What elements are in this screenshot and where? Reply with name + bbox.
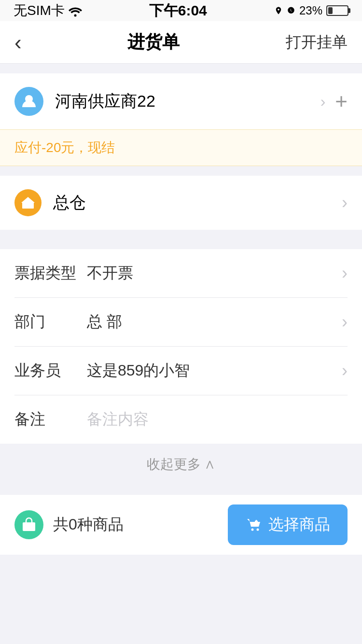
bill-type-row[interactable]: 票据类型 不开票 › <box>0 249 362 297</box>
notice-bar: 应付-20元，现结 <box>0 129 362 166</box>
collapse-row[interactable]: 收起更多 ∧ <box>0 444 362 485</box>
notice-text: 应付-20元，现结 <box>14 140 115 155</box>
warehouse-row[interactable]: 总仓 › <box>0 176 362 230</box>
salesperson-value: 这是859的小智 <box>82 360 342 381</box>
shopping-bag-icon <box>21 517 37 533</box>
department-row[interactable]: 部门 总 部 › <box>0 298 362 346</box>
time: 下午6:04 <box>149 1 207 21</box>
section-gap-1 <box>0 64 362 73</box>
bottom-bar: 共0种商品 选择商品 <box>0 495 362 555</box>
page-title: 进货单 <box>127 30 180 54</box>
cart-icon <box>245 516 263 533</box>
status-right: 23% <box>274 4 348 17</box>
remark-row[interactable]: 备注 备注内容 <box>0 395 362 444</box>
warehouse-icon <box>14 189 42 216</box>
salesperson-row[interactable]: 业务员 这是859的小智 › <box>0 347 362 395</box>
section-gap-3 <box>0 230 362 239</box>
section-gap-2 <box>0 166 362 176</box>
nav-bar: ‹ 进货单 打开挂单 <box>0 21 362 64</box>
bill-type-label: 票据类型 <box>14 263 82 284</box>
department-label: 部门 <box>14 311 82 333</box>
department-value: 总 部 <box>82 311 342 333</box>
goods-count: 共0种商品 <box>53 514 218 535</box>
carrier-text: 无SIM卡 <box>14 1 82 20</box>
select-goods-label: 选择商品 <box>268 514 330 535</box>
content-fill <box>0 555 362 644</box>
warehouse-building-icon <box>20 195 36 210</box>
back-button[interactable]: ‹ <box>14 32 22 53</box>
status-bar: 无SIM卡 下午6:04 23% <box>0 0 362 21</box>
supplier-chevron-icon: › <box>320 93 326 111</box>
svg-point-0 <box>74 14 76 16</box>
svg-rect-3 <box>26 205 30 209</box>
add-supplier-button[interactable]: + <box>335 91 348 112</box>
salesperson-chevron-icon: › <box>342 361 348 381</box>
svg-point-6 <box>251 529 254 531</box>
warehouse-section: 总仓 › <box>0 176 362 230</box>
select-goods-button[interactable]: 选择商品 <box>228 504 348 545</box>
remark-label: 备注 <box>14 409 82 430</box>
remark-input[interactable]: 备注内容 <box>82 409 348 430</box>
warehouse-name: 总仓 <box>53 192 342 214</box>
goods-icon <box>14 510 43 539</box>
form-section: 票据类型 不开票 › 部门 总 部 › 业务员 这是859的小智 › 备注 备注… <box>0 249 362 444</box>
location-icon <box>274 6 283 15</box>
supplier-row[interactable]: 河南供应商22 › + <box>0 73 362 129</box>
warehouse-chevron-icon: › <box>342 193 348 213</box>
wifi-icon <box>69 6 82 17</box>
salesperson-label: 业务员 <box>14 360 82 381</box>
battery-icon <box>326 5 348 16</box>
user-avatar-icon <box>20 93 38 110</box>
supplier-section: 河南供应商22 › + 应付-20元，现结 <box>0 73 362 166</box>
svg-point-7 <box>257 529 259 531</box>
supplier-name: 河南供应商22 <box>55 90 320 112</box>
collapse-label: 收起更多 ∧ <box>147 455 216 474</box>
battery-percentage: 23% <box>299 4 322 17</box>
open-pending-button[interactable]: 打开挂单 <box>286 32 348 53</box>
supplier-avatar <box>14 87 43 116</box>
bill-type-value: 不开票 <box>82 263 342 284</box>
bill-type-chevron-icon: › <box>342 263 348 283</box>
alarm-icon <box>287 6 295 15</box>
department-chevron-icon: › <box>342 312 348 332</box>
